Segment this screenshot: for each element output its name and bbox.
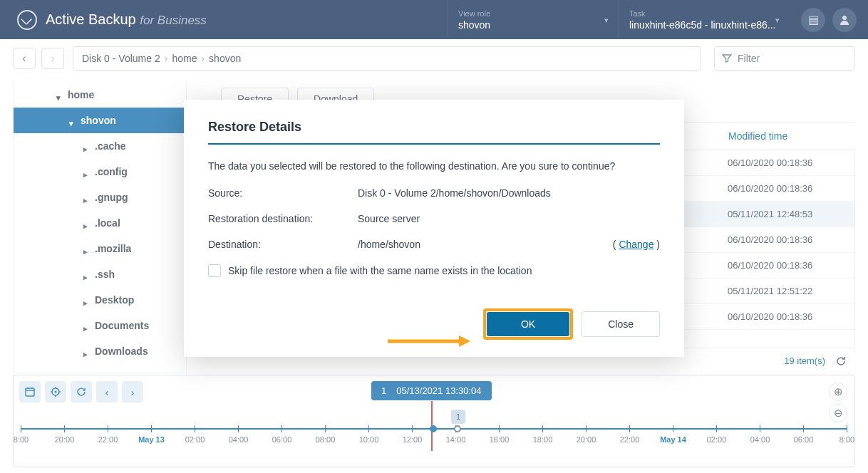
ok-highlight: OK (483, 308, 573, 340)
change-link[interactable]: Change (619, 239, 653, 250)
modal-title: Restore Details (208, 120, 660, 135)
svg-marker-5 (459, 336, 470, 347)
ok-button[interactable]: OK (487, 312, 569, 336)
close-button[interactable]: Close (582, 311, 660, 337)
annotation-arrow (385, 333, 470, 350)
destination-value: /home/shovon ( Change ) (358, 239, 660, 250)
checkbox-icon (208, 264, 221, 277)
restoration-dest-value: Source server (358, 213, 660, 224)
source-label: Source: (208, 187, 358, 199)
restore-details-modal: Restore Details The data you selected wi… (184, 100, 684, 357)
modal-overlay: Restore Details The data you selected wi… (0, 0, 868, 473)
skip-checkbox[interactable]: Skip file restore when a file with the s… (208, 264, 660, 277)
destination-label: Destination: (208, 239, 358, 250)
modal-message: The data you selected will be restored t… (208, 160, 660, 172)
restoration-dest-label: Restoration destination: (208, 213, 358, 224)
source-value: Disk 0 - Volume 2/home/shovon/Downloads (358, 187, 660, 199)
